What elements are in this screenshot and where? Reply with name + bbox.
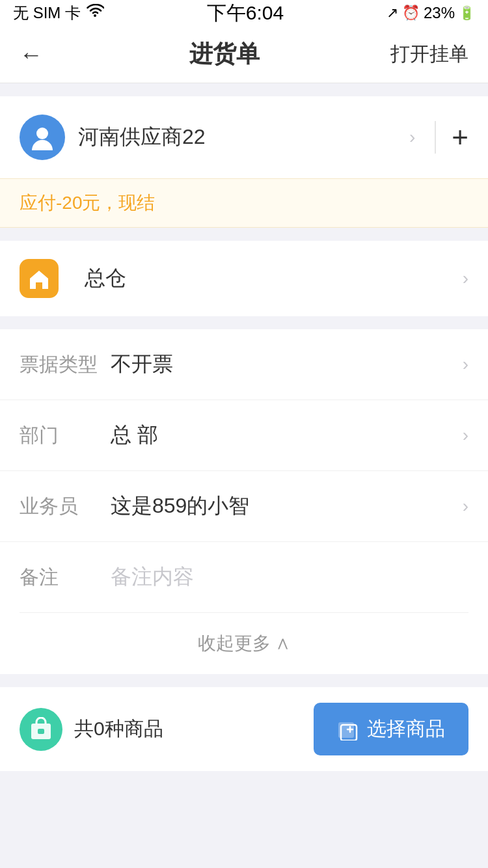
- open-pending-button[interactable]: 打开挂单: [390, 41, 468, 68]
- wifi-icon: [86, 4, 104, 22]
- invoice-type-value: 不开票: [98, 350, 463, 379]
- supplier-card: 河南供应商22 › + 应付-20元，现结: [0, 96, 488, 228]
- product-count-area: 共0种商品: [20, 708, 163, 751]
- gap-4: [0, 674, 488, 687]
- alarm-icon: ⏰: [402, 5, 420, 21]
- salesperson-chevron-icon: ›: [463, 496, 468, 517]
- content-background: [0, 771, 488, 868]
- page-title: 进货单: [189, 38, 260, 70]
- battery-text: 23%: [424, 4, 455, 22]
- product-count-icon: [20, 708, 62, 751]
- warehouse-name: 总仓: [72, 264, 463, 293]
- status-right: ↗ ⏰ 23% 🔋: [386, 4, 475, 22]
- svg-rect-1: [36, 282, 42, 289]
- remark-label: 备注: [20, 564, 98, 591]
- department-row[interactable]: 部门 总 部 ›: [0, 400, 488, 471]
- warehouse-row[interactable]: 总仓 ›: [0, 241, 488, 316]
- carrier-text: 无 SIM 卡: [13, 3, 81, 23]
- supplier-divider: [435, 121, 436, 154]
- notice-bar: 应付-20元，现结: [0, 178, 488, 228]
- svg-point-0: [36, 128, 48, 139]
- invoice-type-chevron-icon: ›: [463, 354, 468, 375]
- gap-1: [0, 83, 488, 96]
- form-card: 票据类型 不开票 › 部门 总 部 › 业务员 这是859的小智 › 备注 备注…: [0, 329, 488, 674]
- supplier-chevron-icon: ›: [409, 127, 415, 148]
- invoice-type-label: 票据类型: [20, 351, 98, 378]
- collapse-button[interactable]: 收起更多 ∧: [0, 613, 488, 674]
- battery-icon: 🔋: [459, 5, 475, 21]
- select-product-label: 选择商品: [367, 716, 445, 742]
- salesperson-value: 这是859的小智: [98, 492, 463, 521]
- warehouse-chevron-icon: ›: [463, 268, 468, 289]
- gap-2: [0, 228, 488, 241]
- svg-rect-3: [38, 729, 44, 734]
- invoice-type-row[interactable]: 票据类型 不开票 ›: [0, 329, 488, 400]
- add-supplier-button[interactable]: +: [452, 121, 468, 154]
- salesperson-label: 业务员: [20, 493, 98, 520]
- product-count-text: 共0种商品: [74, 716, 163, 742]
- supplier-name: 河南供应商22: [78, 123, 409, 152]
- department-value: 总 部: [98, 421, 463, 450]
- remark-input[interactable]: 备注内容: [98, 563, 468, 591]
- supplier-avatar: [20, 115, 65, 160]
- salesperson-row[interactable]: 业务员 这是859的小智 ›: [0, 471, 488, 542]
- bottom-bar: 共0种商品 选择商品: [0, 687, 488, 771]
- back-button[interactable]: ←: [20, 41, 59, 68]
- warehouse-card: 总仓 ›: [0, 241, 488, 316]
- remark-row[interactable]: 备注 备注内容: [0, 542, 488, 612]
- warehouse-icon: [20, 259, 59, 298]
- nav-bar: ← 进货单 打开挂单: [0, 26, 488, 83]
- supplier-row[interactable]: 河南供应商22 › +: [0, 96, 488, 178]
- gps-icon: ↗: [386, 5, 398, 21]
- gap-3: [0, 316, 488, 329]
- select-product-button[interactable]: 选择商品: [314, 703, 468, 755]
- department-chevron-icon: ›: [463, 425, 468, 446]
- status-bar: 无 SIM 卡 下午6:04 ↗ ⏰ 23% 🔋: [0, 0, 488, 26]
- status-left: 无 SIM 卡: [13, 3, 104, 23]
- status-time: 下午6:04: [207, 0, 284, 27]
- department-label: 部门: [20, 422, 98, 449]
